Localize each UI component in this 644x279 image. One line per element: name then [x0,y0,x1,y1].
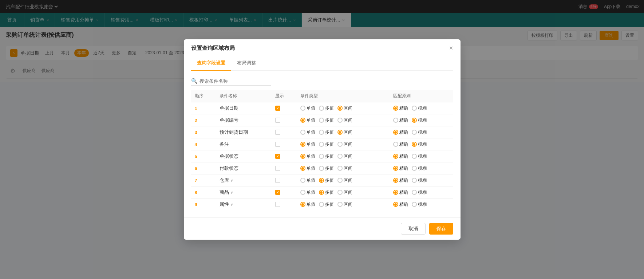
search-box: 🔍 [191,76,271,82]
modal-header: 设置查询区域布局 × [184,39,461,56]
modal-title: 设置查询区域布局 [191,45,235,52]
modal-tab-layout[interactable]: 布局调整 [231,56,262,71]
search-icon: 🔍 [191,78,197,82]
modal-overlay: 设置查询区域布局 × 查询字段设置 布局调整 🔍 顺序 条件名 [0,0,644,82]
modal-tab-fields[interactable]: 查询字段设置 [191,56,231,71]
modal-tabs: 查询字段设置 布局调整 [191,56,453,71]
modal-close-button[interactable]: × [449,44,453,52]
search-input[interactable] [199,78,271,83]
modal-body: 查询字段设置 布局调整 🔍 顺序 条件名称 显示 条件类型 [184,56,461,82]
modal: 设置查询区域布局 × 查询字段设置 布局调整 🔍 顺序 条件名 [184,39,461,82]
